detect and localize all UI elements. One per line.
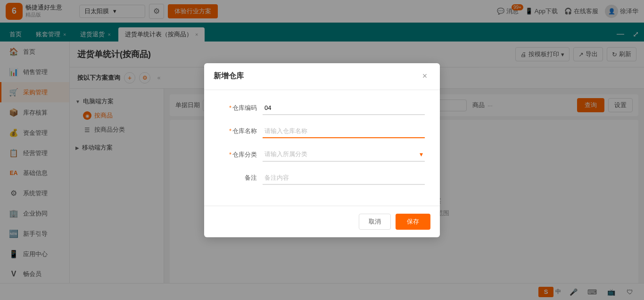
code-required-star: *	[229, 104, 231, 111]
category-label: *仓库分类	[219, 150, 257, 159]
dialog-header: 新增仓库 ×	[204, 63, 440, 90]
form-row-remark: 备注	[219, 171, 425, 185]
remark-label: 备注	[219, 174, 257, 182]
category-required-star: *	[229, 151, 231, 158]
modal-overlay: 新增仓库 × *仓库编码 *仓库名称 *仓库分类	[0, 0, 644, 300]
save-button[interactable]: 保存	[396, 214, 430, 230]
dialog-body: *仓库编码 *仓库名称 *仓库分类 ▾	[204, 90, 440, 206]
category-dropdown-arrow[interactable]: ▾	[420, 150, 423, 158]
form-row-code: *仓库编码	[219, 101, 425, 115]
warehouse-category-selector[interactable]: ▾	[263, 148, 425, 162]
remark-input[interactable]	[263, 171, 425, 185]
code-label: *仓库编码	[219, 104, 257, 112]
cancel-button[interactable]: 取消	[359, 214, 391, 230]
name-required-star: *	[229, 127, 231, 134]
form-row-category: *仓库分类 ▾	[219, 148, 425, 162]
dialog-title: 新增仓库	[214, 71, 244, 81]
add-warehouse-dialog: 新增仓库 × *仓库编码 *仓库名称 *仓库分类	[204, 63, 440, 237]
warehouse-name-input[interactable]	[263, 125, 425, 138]
form-row-name: *仓库名称	[219, 125, 425, 138]
dialog-close-button[interactable]: ×	[419, 71, 430, 82]
warehouse-category-input[interactable]	[264, 150, 420, 158]
name-label: *仓库名称	[219, 127, 257, 135]
warehouse-code-input[interactable]	[263, 101, 425, 115]
dialog-footer: 取消 保存	[204, 206, 440, 237]
